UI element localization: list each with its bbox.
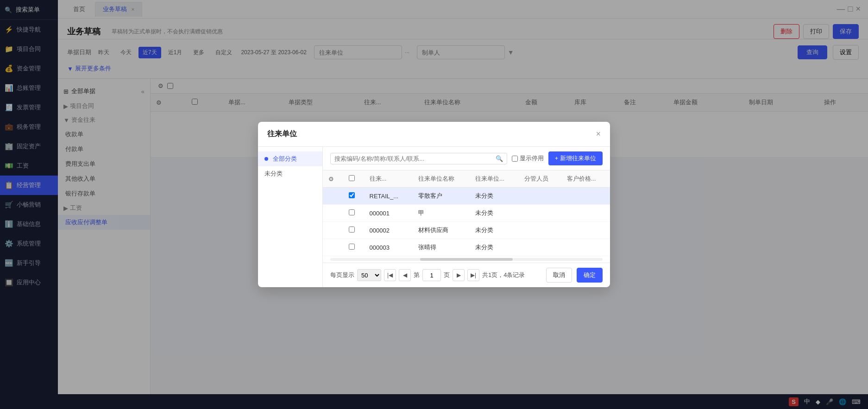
row-checkbox[interactable] [349,244,355,250]
row-checkbox[interactable] [349,209,355,215]
row-check[interactable] [343,205,364,222]
modal-header-checkbox[interactable] [349,175,355,181]
page-number-input[interactable] [422,269,441,281]
row-name: 甲 [413,205,470,222]
row-check[interactable] [343,239,364,256]
unit-modal: 往来单位 × 全部分类 未分类 🔍 [258,122,610,287]
modal-actions: 取消 确定 [546,268,603,283]
prev-page-btn[interactable]: ◀ [399,269,411,281]
pagination: 每页显示 50 100 200 |◀ ◀ 第 页 ▶ ▶| 共1页，4 [330,269,525,281]
row-check[interactable] [343,222,364,239]
modal-table-row[interactable]: 000003 张晴得 未分类 [323,239,610,256]
row-code: 000001 [364,205,413,222]
show-disabled-checkbox[interactable] [512,156,518,162]
modal-main-content: 🔍 显示停用 + 新增往来单位 ⚙ [323,147,610,287]
row-manager [519,239,561,256]
modal-body: 全部分类 未分类 🔍 显示停用 + [258,147,610,287]
modal-col-settings: ⚙ [323,170,343,188]
row-checkbox[interactable] [349,227,355,233]
row-price [561,239,610,256]
row-name: 张晴得 [413,239,470,256]
modal-col-check [343,170,364,188]
modal-col-price: 客户价格... [561,170,610,188]
row-settings [323,239,343,256]
modal-col-code: 往来... [364,170,413,188]
modal-col-manager: 分管人员 [519,170,561,188]
per-page-label: 每页显示 [330,271,354,279]
modal-table-row[interactable]: 000001 甲 未分类 [323,205,610,222]
modal-header: 往来单位 × [258,122,610,147]
page-label: 页 [444,271,450,279]
row-settings [323,205,343,222]
row-manager [519,205,561,222]
show-disabled-label[interactable]: 显示停用 [512,154,544,163]
row-check[interactable] [343,188,364,205]
modal-scrollbar-thumb [420,258,513,261]
cancel-button[interactable]: 取消 [546,268,572,283]
modal-overlay: 往来单位 × 全部分类 未分类 🔍 [0,0,868,409]
modal-sidebar-unclassified-label: 未分类 [264,170,283,178]
row-price [561,205,610,222]
modal-col-name: 往来单位名称 [413,170,470,188]
row-code: 000002 [364,222,413,239]
modal-title: 往来单位 [267,129,297,139]
modal-search-input[interactable] [334,155,493,162]
modal-sidebar-all-label: 全部分类 [273,155,297,163]
row-manager [519,188,561,205]
row-name: 材料供应商 [413,222,470,239]
last-page-btn[interactable]: ▶| [467,269,479,281]
row-price [561,222,610,239]
row-checkbox[interactable] [349,192,355,198]
modal-sidebar-unclassified[interactable]: 未分类 [258,166,322,181]
confirm-button[interactable]: 确定 [577,268,603,283]
modal-search-icon: 🔍 [496,155,503,162]
row-category: 未分类 [470,205,518,222]
per-page-select[interactable]: 50 100 200 [357,269,381,281]
row-settings [323,222,343,239]
add-unit-button[interactable]: + 新增往来单位 [548,151,603,165]
modal-table-row[interactable]: 000002 材料供应商 未分类 [323,222,610,239]
modal-sidebar-all[interactable]: 全部分类 [258,151,322,166]
modal-sidebar: 全部分类 未分类 [258,147,323,287]
row-code: RETAIL_... [364,188,413,205]
total-label: 共1页，4条记录 [482,271,525,279]
row-price [561,188,610,205]
row-category: 未分类 [470,239,518,256]
modal-search-box: 🔍 [330,153,507,164]
row-manager [519,222,561,239]
row-category: 未分类 [470,222,518,239]
modal-col-category: 往来单位... [470,170,518,188]
modal-table: ⚙ 往来... 往来单位名称 往来单位... 分管人员 客户价格... [323,170,610,256]
row-code: 000003 [364,239,413,256]
modal-toolbar: 🔍 显示停用 + 新增往来单位 [323,147,610,170]
row-name: 零散客户 [413,188,470,205]
modal-scrollbar[interactable] [330,258,603,261]
next-page-btn[interactable]: ▶ [453,269,465,281]
row-category: 未分类 [470,188,518,205]
modal-footer: 每页显示 50 100 200 |◀ ◀ 第 页 ▶ ▶| 共1页，4 [323,263,610,287]
dot-icon [264,157,268,161]
page-no-label: 第 [414,271,420,279]
show-disabled-text: 显示停用 [520,154,544,163]
modal-close-button[interactable]: × [596,129,601,139]
modal-table-row[interactable]: RETAIL_... 零散客户 未分类 [323,188,610,205]
row-settings [323,188,343,205]
modal-table-wrap: ⚙ 往来... 往来单位名称 往来单位... 分管人员 客户价格... [323,170,610,256]
first-page-btn[interactable]: |◀ [384,269,396,281]
